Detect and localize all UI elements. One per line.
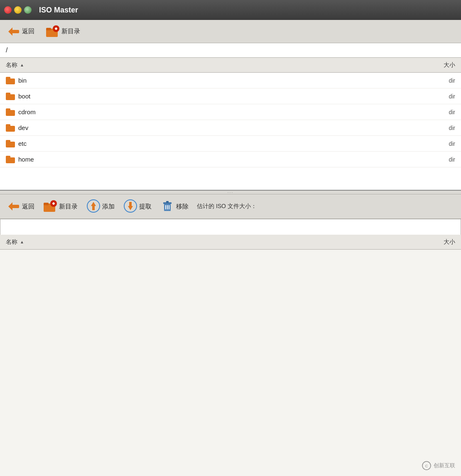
watermark: C 创新互联 (422, 461, 455, 470)
file-name-cell: boot (0, 93, 428, 100)
svg-text:C: C (425, 464, 428, 468)
extract-button[interactable]: 提取 (121, 198, 154, 216)
new-dir-label-top: 新目录 (61, 27, 80, 35)
bottom-column-header: 名称 ▲ 大小 (0, 235, 461, 250)
file-size-cell: dir (428, 93, 461, 100)
svg-rect-13 (53, 202, 54, 205)
minimize-button[interactable] (14, 6, 22, 14)
table-row[interactable]: boot dir (0, 88, 461, 104)
new-dir-button-top[interactable]: 新目录 (44, 24, 83, 39)
back-label-mid: 返回 (22, 203, 34, 211)
svg-rect-8 (12, 205, 19, 208)
svg-rect-1 (12, 30, 19, 33)
svg-rect-3 (46, 28, 51, 30)
back-icon-top (7, 25, 20, 38)
file-size-cell: dir (428, 77, 461, 84)
file-size-cell: dir (428, 140, 461, 147)
svg-rect-10 (44, 203, 49, 205)
top-toolbar: 返回 新目录 (0, 20, 461, 43)
back-button-mid[interactable]: 返回 (5, 199, 37, 214)
file-size-cell: dir (428, 125, 461, 131)
folder-icon (6, 108, 15, 116)
app-title: ISO Master (39, 6, 78, 15)
col-size-header-top: 大小 (428, 61, 461, 69)
bottom-file-list[interactable] (0, 250, 461, 476)
back-label-top: 返回 (22, 27, 34, 35)
file-name: bin (18, 77, 27, 84)
top-column-header: 名称 ▲ 大小 (0, 58, 461, 73)
maximize-button[interactable] (24, 6, 32, 14)
file-name: home (18, 156, 34, 163)
file-size-cell: dir (428, 156, 461, 163)
path-bar-top: / (0, 43, 461, 58)
close-button[interactable] (4, 6, 12, 14)
table-row[interactable]: bin dir (0, 73, 461, 88)
new-dir-icon-top (46, 25, 59, 38)
current-path: / (6, 47, 7, 54)
table-row[interactable]: cdrom dir (0, 104, 461, 120)
new-dir-icon-mid (44, 200, 57, 213)
watermark-icon: C (422, 461, 431, 470)
file-name-cell: etc (0, 140, 428, 147)
back-icon-mid (7, 200, 20, 213)
top-file-list[interactable]: bin dir boot dir cdrom dir dev dir (0, 73, 461, 190)
watermark-text: 创新互联 (434, 462, 455, 469)
pane-separator[interactable]: ··· (0, 191, 461, 194)
col-name-header-bottom[interactable]: 名称 ▲ (0, 238, 428, 246)
remove-icon (161, 199, 174, 214)
add-button[interactable]: 添加 (84, 198, 117, 216)
folder-icon (6, 124, 15, 132)
titlebar: ISO Master (0, 0, 461, 20)
bottom-file-pane: 名称 ▲ 大小 (0, 235, 461, 476)
window-controls (4, 6, 32, 14)
col-size-header-bottom: 大小 (428, 238, 461, 246)
folder-icon (6, 140, 15, 147)
estimate-label: 估计的 ISO 文件大小： (197, 203, 257, 210)
folder-icon (6, 77, 15, 84)
new-dir-button-mid[interactable]: 新目录 (41, 199, 80, 214)
svg-rect-20 (166, 201, 169, 203)
svg-marker-17 (128, 202, 133, 210)
file-name: dev (18, 124, 28, 131)
remove-label: 移除 (176, 203, 189, 211)
back-button-top[interactable]: 返回 (5, 24, 37, 39)
file-name: cdrom (18, 108, 36, 115)
top-file-pane: 名称 ▲ 大小 bin dir boot dir cdrom dir (0, 58, 461, 191)
table-row[interactable]: etc dir (0, 136, 461, 152)
file-name-cell: cdrom (0, 108, 428, 116)
file-name: etc (18, 140, 27, 147)
new-dir-label-mid: 新目录 (59, 203, 78, 211)
remove-button[interactable]: 移除 (158, 198, 191, 216)
file-name: boot (18, 93, 30, 100)
file-name-cell: home (0, 156, 428, 163)
iso-path-bar[interactable] (0, 219, 461, 235)
folder-icon (6, 156, 15, 163)
extract-label: 提取 (139, 203, 152, 211)
table-row[interactable]: home dir (0, 152, 461, 167)
extract-icon (124, 199, 137, 214)
folder-icon (6, 93, 15, 100)
sort-arrow-bottom: ▲ (20, 240, 24, 244)
sort-arrow-top: ▲ (20, 63, 24, 67)
svg-marker-15 (91, 202, 96, 210)
table-row[interactable]: dev dir (0, 120, 461, 136)
mid-toolbar: 返回 新目录 添加 (0, 194, 461, 219)
file-name-cell: dev (0, 124, 428, 132)
svg-rect-6 (56, 27, 57, 30)
file-size-cell: dir (428, 109, 461, 115)
file-name-cell: bin (0, 77, 428, 84)
add-label: 添加 (102, 203, 115, 211)
col-name-header-top[interactable]: 名称 ▲ (0, 61, 428, 69)
add-icon (87, 199, 100, 214)
